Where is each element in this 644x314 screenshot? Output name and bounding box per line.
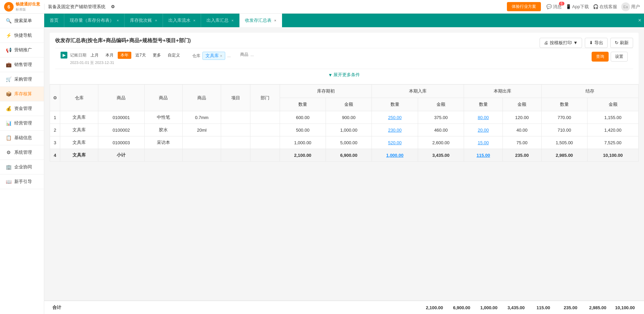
app-download-label: App下载	[572, 4, 589, 10]
sidebar-item-operation[interactable]: 📊 经营管理	[0, 116, 44, 131]
user-item[interactable]: Ea 用户	[621, 2, 640, 11]
sidebar-item-marketing[interactable]: 📢 营销推广	[0, 43, 44, 57]
tab-in-out-flow[interactable]: 出入库流水 ×	[163, 14, 201, 27]
sidebar-item-search[interactable]: 🔍 搜索菜单	[0, 14, 44, 28]
app-download-item[interactable]: 📱 App下载	[566, 4, 589, 10]
sidebar-label-basic: 基础信息	[14, 135, 32, 141]
subtotal-empty1	[144, 149, 182, 162]
sidebar-label-finance: 资金管理	[14, 105, 32, 112]
warehouse-remove-btn[interactable]: ×	[220, 54, 222, 58]
sidebar-item-basic[interactable]: 📋 基础信息	[0, 131, 44, 145]
col-in-amt: 金额	[418, 98, 464, 111]
warehouse-filter: 仓库 文具库 × ...	[192, 52, 231, 60]
purchase-icon: 🛒	[5, 77, 12, 82]
tab-inventory-dist-label: 现存量（库存分布表）	[70, 17, 114, 23]
sidebar-item-system[interactable]: ⚙ 系统管理	[0, 145, 44, 160]
date-btn-7days[interactable]: 近7天	[133, 52, 149, 59]
cell-balance-qty-1: 770.00	[541, 111, 587, 124]
table-row: 2 文具库 0100002 胶水 20ml 500.00 1,000.00 23…	[50, 124, 639, 136]
message-item[interactable]: 💬 消息 6	[546, 4, 562, 10]
online-service-item[interactable]: 🎧 在线客服	[593, 4, 617, 10]
refresh-icon: ↻	[615, 40, 618, 45]
subtotal-in-amt: 3,435.00	[418, 149, 464, 162]
page-title-row: 收发存汇总表(按仓库+商品编码+商品+规格型号+项目+部门) 🖨 按模板打印 ▼…	[55, 37, 633, 48]
finance-icon: 💰	[5, 106, 12, 111]
sidebar-label-purchase: 采购管理	[14, 76, 32, 82]
tab-in-out-summary[interactable]: 出入库汇总 ×	[201, 14, 239, 27]
cell-out-qty-3[interactable]: 15.00	[464, 136, 503, 149]
cell-in-qty-3[interactable]: 520.00	[372, 136, 418, 149]
tab-inventory-dist-close[interactable]: ×	[117, 18, 119, 22]
tab-home[interactable]: 首页	[44, 14, 64, 27]
total-balance-qty: 2,985.00	[584, 305, 611, 310]
message-icon: 💬	[546, 4, 552, 9]
sidebar-item-purchase[interactable]: 🛒 采购管理	[0, 72, 44, 87]
table-row: 1 文具库 0100001 中性笔 0.7mm 600.00 900.00 25…	[50, 111, 639, 124]
avatar: Ea	[621, 2, 630, 11]
expand-more-btn[interactable]: ▼ 展开更多条件	[328, 72, 360, 78]
sidebar: 🔍 搜索菜单 ⚡ 快捷导航 📢 营销推广 💼 销售管理 🛒 采购管理 📦 库存核…	[0, 14, 44, 314]
experience-btn[interactable]: 体验行业方案	[507, 2, 541, 11]
sidebar-item-corp[interactable]: 🏢 企业协同	[0, 160, 44, 175]
tab-batch-ledger[interactable]: 库存批次账 ×	[125, 14, 163, 27]
cell-in-qty-1[interactable]: 250.00	[372, 111, 418, 124]
cell-goods-spec-1: 0.7mm	[182, 111, 221, 124]
chevron-down-icon2: ▼	[328, 72, 333, 78]
cell-out-qty-2[interactable]: 20.00	[464, 124, 503, 136]
subtotal-out-amt: 235.00	[502, 149, 541, 162]
cell-out-qty-1[interactable]: 80.00	[464, 111, 503, 124]
date-btn-last-month[interactable]: 上月	[88, 52, 101, 59]
top-icon-group: 💬 消息 6 📱 App下载 🎧 在线客服 Ea 用户	[546, 2, 640, 11]
expand-more-row: ▼ 展开更多条件	[55, 69, 633, 81]
export-btn[interactable]: ⬇ 导出	[585, 38, 608, 48]
cell-in-qty-2[interactable]: 230.00	[372, 124, 418, 136]
tab-in-out-summary-close[interactable]: ×	[231, 18, 233, 22]
tab-batch-ledger-close[interactable]: ×	[155, 18, 157, 22]
col-warehouse: 仓库	[60, 85, 98, 111]
total-label: 合计	[50, 304, 152, 311]
sidebar-item-inventory[interactable]: 📦 库存核算	[0, 87, 44, 101]
cell-opening-qty-2: 500.00	[280, 124, 326, 136]
settings-filter-btn[interactable]: 设置	[611, 52, 628, 62]
message-badge: 6	[559, 2, 564, 5]
date-btn-this-year[interactable]: 本年	[118, 52, 131, 59]
tab-receipt-summary[interactable]: 收发存汇总表 ×	[240, 14, 282, 27]
gear-btn[interactable]: ⚙	[111, 4, 115, 9]
cell-row-num-2: 2	[50, 124, 60, 136]
tab-receipt-summary-close[interactable]: ×	[274, 18, 276, 22]
print-btn[interactable]: 🖨 按模板打印 ▼	[540, 38, 582, 48]
sidebar-item-finance[interactable]: 💰 资金管理	[0, 101, 44, 116]
sidebar-item-guide[interactable]: 📖 新手引导	[0, 175, 44, 189]
system-icon: ⚙	[5, 150, 12, 155]
top-bar-left: 6 畅捷通好生意 标准版 装备及固定资产辅助管理系统 ⚙	[4, 1, 115, 12]
sidebar-label-search: 搜索菜单	[14, 18, 32, 24]
cell-goods-spec-2: 20ml	[182, 124, 221, 136]
refresh-btn[interactable]: ↻ 刷新	[610, 38, 633, 48]
subtotal-out-qty[interactable]: 115.00	[464, 149, 503, 162]
subtotal-in-qty[interactable]: 1,000.00	[372, 149, 418, 162]
tab-inventory-dist[interactable]: 现存量（库存分布表） ×	[64, 14, 125, 27]
date-btn-more[interactable]: 更多	[150, 52, 164, 59]
cell-opening-amt-2: 1,000.00	[326, 124, 372, 136]
date-btn-custom[interactable]: 自定义	[165, 52, 183, 59]
table-settings-icon[interactable]: ⚙	[53, 95, 57, 100]
date-filter-label: 记账日期	[70, 52, 86, 58]
tab-in-out-flow-close[interactable]: ×	[193, 18, 195, 22]
sidebar-item-sales[interactable]: 💼 销售管理	[0, 57, 44, 72]
query-btn[interactable]: 查询	[592, 52, 609, 62]
expand-arrow[interactable]: ▶	[61, 52, 67, 59]
col-settings[interactable]: ⚙	[50, 85, 60, 111]
date-btn-this-month[interactable]: 本月	[103, 52, 116, 59]
subtotal-empty2	[182, 149, 221, 162]
tab-bar-close[interactable]: ×	[638, 17, 641, 23]
goods-more-btn[interactable]: ...	[250, 52, 254, 57]
col-group-balance: 结存	[541, 85, 638, 98]
search-icon: 🔍	[5, 18, 12, 23]
warehouse-more-btn[interactable]: ...	[227, 53, 231, 58]
tab-in-out-summary-label: 出入库汇总	[207, 17, 229, 23]
subtotal-num: 4	[50, 149, 60, 162]
logo-icon: 6	[4, 2, 14, 12]
col-opening-amt: 金额	[326, 98, 372, 111]
main-layout: 🔍 搜索菜单 ⚡ 快捷导航 📢 营销推广 💼 销售管理 🛒 采购管理 📦 库存核…	[0, 14, 644, 314]
sidebar-item-quick-nav[interactable]: ⚡ 快捷导航	[0, 28, 44, 43]
